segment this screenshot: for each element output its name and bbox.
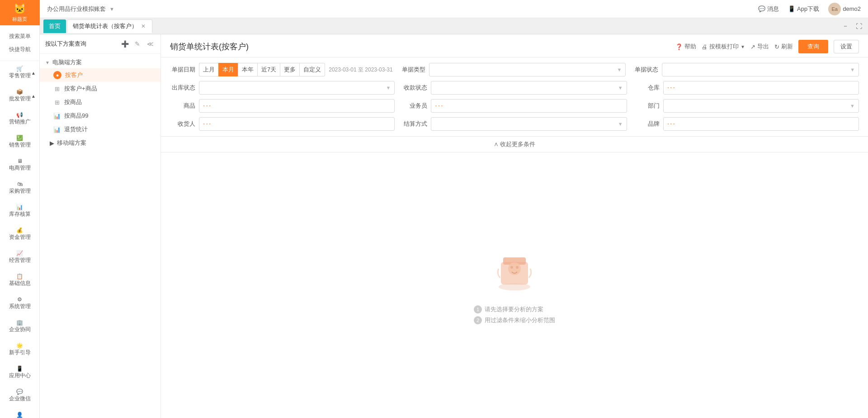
sidebar-item-operations[interactable]: 📈 经营管理 <box>0 246 39 269</box>
print-dropdown-icon[interactable]: ▼ <box>741 44 745 49</box>
system-icon: ⚙ <box>17 296 22 303</box>
sidebar-item-ecommerce[interactable]: 🖥 电商管理 <box>0 153 39 176</box>
user-profile-btn[interactable]: Ea demo2 <box>828 3 861 15</box>
by-goods-label: 按商品 <box>64 98 82 106</box>
sidebar-item-wechat[interactable]: 💬 企业微信 <box>0 384 39 407</box>
content-area: 按以下方案查询 ➕ ✎ ≪ ▼ 电脑端方案 ● 按客户 <box>40 34 868 418</box>
sidebar-item-retail[interactable]: 🛒 零售管理 ▲ <box>0 61 39 84</box>
shortcut-nav-label[interactable]: 快捷导航 <box>0 43 39 56</box>
brand-label: 品牌 <box>634 120 660 128</box>
date-opt-more[interactable]: 更多 <box>280 63 299 76</box>
app-download-icon: 📱 <box>788 5 795 12</box>
tab-home[interactable]: 首页 <box>43 19 66 33</box>
sidebar-item-purchase[interactable]: 🛍 采购管理 <box>0 176 39 200</box>
sidebar-item-apps[interactable]: 📱 应用中心 <box>0 361 39 384</box>
delivery-dropdown-icon: ▼ <box>386 85 391 90</box>
scheme-item-by-goods99[interactable]: 📊 按商品99 <box>40 109 160 123</box>
date-opt-last-month[interactable]: 上月 <box>199 63 218 76</box>
message-label: 消息 <box>767 5 779 13</box>
settings-button[interactable]: 设置 <box>834 40 859 53</box>
date-opt-this-month[interactable]: 本月 <box>218 63 238 76</box>
date-opt-this-year[interactable]: 本年 <box>238 63 257 76</box>
sidebar-item-wholesale[interactable]: 📦 批发管理 ▲ <box>0 84 39 107</box>
message-icon: 💬 <box>758 5 765 12</box>
wholesale-icon: 📦 <box>16 89 23 95</box>
sidebar-item-enterprise[interactable]: 🏢 企业协同 <box>0 315 39 338</box>
maximize-btn[interactable]: ⛶ <box>854 21 864 32</box>
export-btn[interactable]: ↗ 导出 <box>750 43 769 51</box>
scheme-item-return-stats[interactable]: 📊 退货统计 <box>40 123 160 136</box>
order-type-input[interactable]: ▼ <box>429 63 626 76</box>
scheme-item-by-goods[interactable]: ⊞ 按商品 <box>40 95 160 109</box>
payment-status-input[interactable]: ▼ <box>431 81 627 95</box>
desktop-group-title[interactable]: ▼ 电脑端方案 <box>40 56 160 68</box>
help-icon: ❓ <box>675 43 683 50</box>
settlement-input[interactable]: ▼ <box>431 117 627 131</box>
delivery-status-input[interactable]: ▼ <box>199 81 395 95</box>
search-menu-label[interactable]: 搜索菜单 <box>0 30 39 43</box>
retail-icon: 🛒 <box>16 66 23 72</box>
collapse-panel-btn[interactable]: ≪ <box>145 39 155 49</box>
delivery-status-label: 出库状态 <box>170 84 195 92</box>
print-btn[interactable]: 🖨 按模板打印 ▼ <box>702 43 745 51</box>
brand-input[interactable]: ··· <box>663 117 859 131</box>
sidebar-item-member[interactable]: 👤 畅会员 <box>0 407 39 418</box>
by-goods99-icon: 📊 <box>53 112 61 119</box>
marketing-icon: 📢 <box>16 112 23 118</box>
edit-scheme-btn[interactable]: ✎ <box>132 39 142 49</box>
collapse-label: ∧ 收起更多条件 <box>494 141 536 147</box>
minimize-btn[interactable]: － <box>840 21 851 32</box>
query-button[interactable]: 查询 <box>798 40 828 53</box>
mobile-group-label: 移动端方案 <box>57 139 86 147</box>
scheme-item-by-customer-goods[interactable]: ⊞ 按客户+商品 <box>40 82 160 95</box>
app-download-btn[interactable]: 📱 App下载 <box>788 5 819 13</box>
warehouse-label: 仓库 <box>634 84 660 92</box>
sidebar-item-newbie[interactable]: 🌟 新手引导 <box>0 338 39 361</box>
add-scheme-btn[interactable]: ➕ <box>120 39 130 49</box>
goods-input[interactable]: ··· <box>199 99 395 113</box>
tab-report[interactable]: 销货单统计表（按客户） ✕ <box>67 19 152 33</box>
inventory-label: 库存核算 <box>9 210 31 218</box>
sidebar-item-basic[interactable]: 📋 基础信息 <box>0 269 39 292</box>
recipient-input[interactable]: ··· <box>199 117 395 131</box>
sidebar-item-marketing[interactable]: 📢 营销推广 <box>0 107 39 130</box>
scheme-item-by-customer[interactable]: ● 按客户 <box>40 68 160 82</box>
date-filter: 上月 本月 本年 近7天 更多 自定义 2023-03-01 至 2023-03… <box>199 63 393 76</box>
page-action-buttons: ❓ 帮助 🖨 按模板打印 ▼ ↗ 导出 ↻ 刷新 <box>675 40 859 53</box>
sidebar-item-finance[interactable]: 💰 资金管理 <box>0 223 39 246</box>
date-opt-7days[interactable]: 近7天 <box>257 63 280 76</box>
message-btn[interactable]: 💬 消息 <box>758 5 779 13</box>
marketing-label: 营销推广 <box>9 118 31 126</box>
help-btn[interactable]: ❓ 帮助 <box>675 43 696 51</box>
warehouse-input[interactable]: ··· <box>663 81 859 95</box>
purchase-label: 采购管理 <box>9 187 31 195</box>
sidebar-item-sales[interactable]: 💹 销售管理 <box>0 130 39 153</box>
avatar-text: Ea <box>832 6 838 12</box>
ecommerce-icon: 🖥 <box>17 158 23 164</box>
sidebar-item-system[interactable]: ⚙ 系统管理 <box>0 292 39 315</box>
newbie-icon: 🌟 <box>16 342 23 349</box>
inventory-icon: 📊 <box>16 204 23 210</box>
refresh-icon: ↻ <box>774 43 779 50</box>
operations-icon: 📈 <box>16 250 23 256</box>
logo-text: 标题页 <box>12 16 27 23</box>
newbie-label: 新手引导 <box>9 349 31 356</box>
ecommerce-label: 电商管理 <box>9 164 31 172</box>
order-status-label: 单据状态 <box>633 66 658 74</box>
order-status-input[interactable]: ▼ <box>662 63 859 76</box>
industry-dropdown-icon[interactable]: ▼ <box>109 6 114 12</box>
refresh-btn[interactable]: ↻ 刷新 <box>774 43 793 51</box>
collapse-bar[interactable]: ∧ 收起更多条件 <box>161 137 868 152</box>
tip1-num: 1 <box>474 305 482 314</box>
department-input[interactable]: ▼ <box>663 99 859 113</box>
app-download-label: App下载 <box>797 5 819 13</box>
salesperson-input[interactable]: ··· <box>431 99 627 113</box>
logo[interactable]: 🐱 标题页 <box>0 0 40 25</box>
tab-close-icon[interactable]: ✕ <box>140 23 146 29</box>
date-opt-custom[interactable]: 自定义 <box>299 63 325 76</box>
department-dropdown-icon: ▼ <box>850 103 855 109</box>
sidebar-item-inventory[interactable]: 📊 库存核算 <box>0 200 39 223</box>
mobile-group-title[interactable]: ▶ 移动端方案 <box>40 136 160 150</box>
wechat-icon: 💬 <box>16 389 23 395</box>
by-goods99-label: 按商品99 <box>64 112 88 120</box>
